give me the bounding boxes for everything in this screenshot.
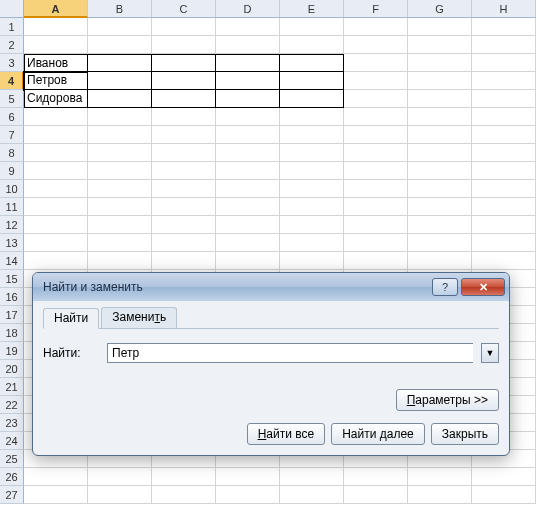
close-button[interactable]: ✕ xyxy=(461,278,505,296)
cell-G27[interactable] xyxy=(408,486,472,504)
cell-D14[interactable] xyxy=(216,252,280,270)
cell-H26[interactable] xyxy=(472,468,536,486)
cell-G2[interactable] xyxy=(408,36,472,54)
row-header-21[interactable]: 21 xyxy=(0,378,24,396)
cell-D26[interactable] xyxy=(216,468,280,486)
cell-E4[interactable] xyxy=(280,72,344,90)
cell-B1[interactable] xyxy=(88,18,152,36)
row-header-27[interactable]: 27 xyxy=(0,486,24,504)
close-dialog-button[interactable]: Закрыть xyxy=(431,423,499,445)
cell-A9[interactable] xyxy=(24,162,88,180)
cell-H4[interactable] xyxy=(472,72,536,90)
col-header-B[interactable]: B xyxy=(88,0,152,18)
cell-H9[interactable] xyxy=(472,162,536,180)
cell-C8[interactable] xyxy=(152,144,216,162)
cell-H5[interactable] xyxy=(472,90,536,108)
cell-D12[interactable] xyxy=(216,216,280,234)
tab-replace[interactable]: Заменить xyxy=(101,307,177,328)
cell-D3[interactable] xyxy=(216,54,280,72)
cell-G3[interactable] xyxy=(408,54,472,72)
cell-B6[interactable] xyxy=(88,108,152,126)
cell-F7[interactable] xyxy=(344,126,408,144)
cell-A5[interactable]: Сидорова xyxy=(24,90,88,108)
cell-E14[interactable] xyxy=(280,252,344,270)
col-header-E[interactable]: E xyxy=(280,0,344,18)
cell-B27[interactable] xyxy=(88,486,152,504)
cell-D8[interactable] xyxy=(216,144,280,162)
cell-H6[interactable] xyxy=(472,108,536,126)
help-button[interactable]: ? xyxy=(432,278,458,296)
cell-H13[interactable] xyxy=(472,234,536,252)
cell-H10[interactable] xyxy=(472,180,536,198)
cell-H12[interactable] xyxy=(472,216,536,234)
cell-G10[interactable] xyxy=(408,180,472,198)
cell-G5[interactable] xyxy=(408,90,472,108)
row-header-7[interactable]: 7 xyxy=(0,126,24,144)
cell-H27[interactable] xyxy=(472,486,536,504)
row-header-4[interactable]: 4 xyxy=(0,72,24,90)
cell-F10[interactable] xyxy=(344,180,408,198)
cell-B13[interactable] xyxy=(88,234,152,252)
cell-H14[interactable] xyxy=(472,252,536,270)
row-header-17[interactable]: 17 xyxy=(0,306,24,324)
find-all-button[interactable]: Найти все xyxy=(247,423,326,445)
cell-C9[interactable] xyxy=(152,162,216,180)
row-header-1[interactable]: 1 xyxy=(0,18,24,36)
find-dropdown-button[interactable]: ▼ xyxy=(481,343,499,363)
cell-B26[interactable] xyxy=(88,468,152,486)
cell-D27[interactable] xyxy=(216,486,280,504)
cell-H3[interactable] xyxy=(472,54,536,72)
cell-B7[interactable] xyxy=(88,126,152,144)
cell-F1[interactable] xyxy=(344,18,408,36)
cell-B4[interactable] xyxy=(88,72,152,90)
col-header-D[interactable]: D xyxy=(216,0,280,18)
cell-C7[interactable] xyxy=(152,126,216,144)
cell-A10[interactable] xyxy=(24,180,88,198)
row-header-13[interactable]: 13 xyxy=(0,234,24,252)
cell-D13[interactable] xyxy=(216,234,280,252)
row-header-3[interactable]: 3 xyxy=(0,54,24,72)
row-header-6[interactable]: 6 xyxy=(0,108,24,126)
cell-F6[interactable] xyxy=(344,108,408,126)
cell-F13[interactable] xyxy=(344,234,408,252)
cell-B11[interactable] xyxy=(88,198,152,216)
cell-B9[interactable] xyxy=(88,162,152,180)
tab-find[interactable]: Найти xyxy=(43,308,99,329)
cell-E5[interactable] xyxy=(280,90,344,108)
cell-H2[interactable] xyxy=(472,36,536,54)
cell-E3[interactable] xyxy=(280,54,344,72)
cell-E2[interactable] xyxy=(280,36,344,54)
col-header-A[interactable]: A xyxy=(24,0,88,18)
cell-D7[interactable] xyxy=(216,126,280,144)
cell-G1[interactable] xyxy=(408,18,472,36)
row-header-20[interactable]: 20 xyxy=(0,360,24,378)
row-header-12[interactable]: 12 xyxy=(0,216,24,234)
row-header-19[interactable]: 19 xyxy=(0,342,24,360)
cell-C6[interactable] xyxy=(152,108,216,126)
cell-D6[interactable] xyxy=(216,108,280,126)
cell-E6[interactable] xyxy=(280,108,344,126)
cell-B2[interactable] xyxy=(88,36,152,54)
cell-A26[interactable] xyxy=(24,468,88,486)
cell-G26[interactable] xyxy=(408,468,472,486)
cell-C12[interactable] xyxy=(152,216,216,234)
cell-E1[interactable] xyxy=(280,18,344,36)
cell-F11[interactable] xyxy=(344,198,408,216)
cell-F3[interactable] xyxy=(344,54,408,72)
cell-F14[interactable] xyxy=(344,252,408,270)
cell-C5[interactable] xyxy=(152,90,216,108)
cell-B12[interactable] xyxy=(88,216,152,234)
cell-D11[interactable] xyxy=(216,198,280,216)
row-header-9[interactable]: 9 xyxy=(0,162,24,180)
cell-G4[interactable] xyxy=(408,72,472,90)
cell-F26[interactable] xyxy=(344,468,408,486)
cell-F9[interactable] xyxy=(344,162,408,180)
col-header-H[interactable]: H xyxy=(472,0,536,18)
find-input[interactable] xyxy=(107,343,473,363)
cell-B10[interactable] xyxy=(88,180,152,198)
cell-H8[interactable] xyxy=(472,144,536,162)
cell-D2[interactable] xyxy=(216,36,280,54)
cell-C3[interactable] xyxy=(152,54,216,72)
cell-A7[interactable] xyxy=(24,126,88,144)
cell-F8[interactable] xyxy=(344,144,408,162)
